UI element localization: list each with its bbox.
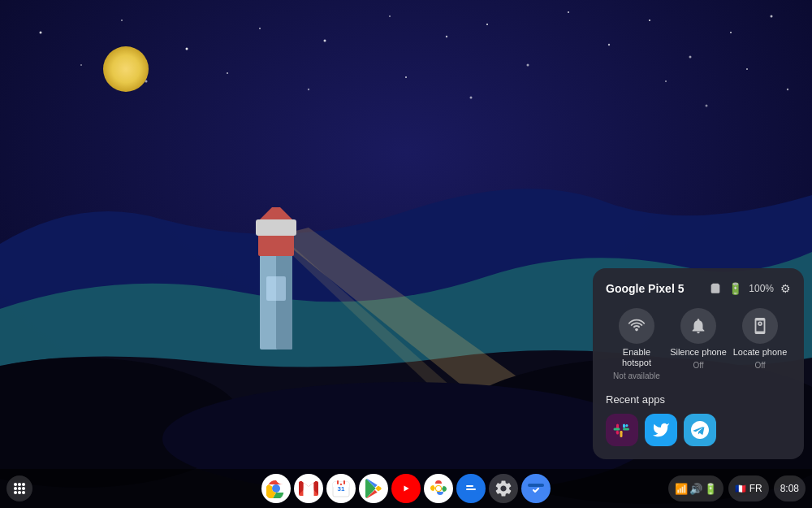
panel-header: Google Pixel 5 🔋 100% ⚙ [606, 281, 791, 297]
svg-point-22 [227, 72, 228, 74]
silence-label: Silence phone [670, 347, 727, 358]
locate-sublabel: Off [754, 361, 765, 370]
taskbar: 31 ▲ [0, 469, 812, 508]
svg-point-1 [40, 32, 42, 34]
location-icon-circle [742, 308, 778, 344]
svg-rect-34 [266, 276, 286, 301]
svg-point-19 [787, 89, 788, 90]
recent-apps-row [606, 414, 791, 446]
taskbar-app-chrome[interactable] [261, 474, 291, 503]
taskbar-right: 📶 🔊 🔋 🇫🇷 FR 8:08 [668, 475, 806, 501]
svg-point-20 [80, 64, 82, 66]
svg-text:31: 31 [338, 485, 345, 493]
svg-point-45 [14, 491, 17, 494]
svg-point-39 [14, 483, 17, 486]
svg-point-24 [405, 76, 407, 78]
locate-label: Locate phone [733, 347, 788, 358]
svg-point-14 [730, 32, 732, 33]
no-sim-icon [709, 281, 722, 297]
panel-actions: Enable hotspot Not available Silence pho… [606, 308, 791, 380]
tray-cluster[interactable]: 📶 🔊 🔋 [668, 475, 723, 501]
svg-point-47 [22, 491, 25, 494]
language-cluster[interactable]: 🇫🇷 FR [728, 475, 769, 501]
recent-app-twitter[interactable] [645, 414, 677, 446]
recent-app-telegram[interactable] [684, 414, 716, 446]
svg-point-13 [689, 56, 692, 59]
svg-point-10 [568, 11, 569, 13]
svg-point-17 [706, 105, 708, 107]
battery-tray-icon: 🔋 [704, 483, 717, 495]
taskbar-center: 31 ▲ [261, 474, 551, 503]
svg-point-11 [608, 44, 610, 46]
svg-point-4 [259, 28, 261, 29]
enable-hotspot-action[interactable]: Enable hotspot Not available [608, 308, 665, 380]
tray-time: 8:08 [780, 483, 799, 494]
battery-icon: 🔋 [728, 282, 742, 295]
svg-point-46 [18, 491, 21, 494]
svg-point-42 [14, 487, 17, 490]
svg-point-41 [22, 483, 25, 486]
settings-icon[interactable]: ⚙ [780, 282, 791, 295]
volume-tray-icon: 🔊 [689, 483, 702, 495]
recent-apps-label: Recent apps [606, 393, 791, 406]
taskbar-app-settings[interactable] [489, 474, 518, 503]
taskbar-left [6, 475, 32, 501]
svg-point-26 [103, 46, 149, 92]
taskbar-app-calendar[interactable]: 31 ▲ [326, 474, 356, 503]
hotspot-sublabel: Not available [613, 371, 660, 380]
panel-header-right: 🔋 100% ⚙ [709, 281, 791, 297]
locate-phone-action[interactable]: Locate phone Off [732, 308, 788, 380]
wifi-tray-icon: 📶 [675, 483, 688, 495]
battery-text: 100% [749, 283, 774, 294]
svg-point-44 [22, 487, 25, 490]
silence-phone-action[interactable]: Silence phone Off [670, 308, 727, 380]
taskbar-app-gmail[interactable] [294, 474, 323, 503]
svg-rect-54 [343, 480, 345, 484]
svg-point-25 [470, 97, 473, 99]
svg-point-40 [18, 483, 21, 486]
svg-point-6 [389, 15, 391, 17]
svg-point-16 [665, 80, 667, 82]
recent-app-slack[interactable] [606, 414, 638, 446]
svg-text:▲: ▲ [339, 481, 343, 486]
svg-point-15 [771, 15, 773, 18]
taskbar-app-youtube[interactable] [391, 474, 421, 503]
hotspot-label: Enable hotspot [608, 347, 665, 368]
svg-point-2 [121, 20, 123, 21]
silence-sublabel: Off [693, 361, 703, 370]
panel-device-name: Google Pixel 5 [606, 282, 684, 295]
svg-point-49 [273, 485, 279, 492]
taskbar-app-photos[interactable] [424, 474, 453, 503]
svg-point-38 [635, 328, 638, 331]
svg-point-12 [649, 20, 650, 21]
svg-point-9 [527, 64, 529, 67]
svg-point-18 [746, 68, 748, 70]
svg-point-56 [436, 486, 441, 491]
svg-point-23 [308, 89, 309, 90]
svg-point-5 [324, 40, 326, 42]
svg-point-8 [486, 24, 488, 25]
time-cluster[interactable]: 8:08 [774, 475, 806, 501]
flag-icon: 🇫🇷 [735, 484, 746, 494]
svg-rect-57 [462, 481, 480, 494]
svg-rect-32 [256, 219, 296, 236]
language-code: FR [749, 483, 762, 494]
svg-point-7 [446, 36, 447, 37]
svg-point-3 [186, 48, 188, 50]
phone-panel: Google Pixel 5 🔋 100% ⚙ [593, 268, 804, 459]
hotspot-icon-circle [619, 308, 654, 344]
taskbar-app-playpass[interactable] [521, 474, 551, 503]
taskbar-app-playstore[interactable] [359, 474, 388, 503]
svg-point-43 [18, 487, 21, 490]
svg-rect-59 [528, 484, 544, 487]
taskbar-app-messages[interactable] [456, 474, 486, 503]
bell-icon-circle [680, 308, 716, 344]
launcher-button[interactable] [6, 475, 32, 501]
